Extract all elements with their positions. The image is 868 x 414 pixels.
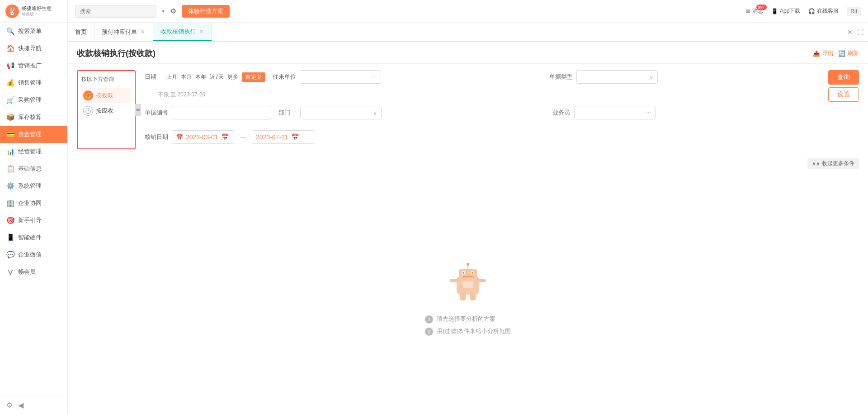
sidebar-item-purchase[interactable]: 🛒采购管理	[0, 91, 67, 109]
export-button[interactable]: 📤 导出	[813, 49, 834, 57]
sidebar-item-inventory[interactable]: 📦库存核算	[0, 109, 67, 126]
topbar-right: ✉ 消息 99+ 📱 App下载 🎧 在线客服 Rit	[746, 7, 861, 16]
setting-button[interactable]: 设置	[828, 87, 859, 102]
search-icon: 🔍	[6, 27, 14, 35]
chevron-down-icon[interactable]: ▾	[162, 8, 165, 14]
tab-close-prepay[interactable]: ✕	[140, 29, 146, 35]
date-this-month[interactable]: 本月	[181, 73, 192, 81]
app-download-button[interactable]: 📱 App下载	[771, 7, 800, 15]
filter-row-2: 单据编号 部门 ∨	[145, 106, 819, 119]
empty-robot-illustration	[445, 261, 491, 306]
collapse-sidebar-icon[interactable]: ◀	[18, 401, 24, 409]
system-icon: ⚙️	[6, 182, 14, 190]
filter-dept-field: 部门 ∨	[278, 106, 545, 119]
marketing-icon: 📢	[6, 62, 14, 70]
tab-collection[interactable]: 收款核销执行 ✕	[153, 23, 212, 41]
tab-expand-icon[interactable]: ⛶	[857, 29, 863, 36]
sidebar-label-purchase: 采购管理	[18, 96, 42, 104]
refresh-button[interactable]: 🔄 刷新	[838, 49, 859, 57]
tabbar-right: ✕ ⛶	[843, 23, 868, 41]
sidebar-item-marketing[interactable]: 📢营销推广	[0, 57, 67, 74]
sidebar-item-newbie[interactable]: 🎯新手引导	[0, 212, 67, 229]
receipt-option-icon: 💰	[83, 90, 93, 100]
calendar-icon-end: 📅	[291, 133, 299, 141]
empty-tip-2-text: 用[过滤]条件来缩小分析范围	[437, 327, 510, 335]
refresh-label: 刷新	[847, 49, 859, 57]
user-menu[interactable]: Rit	[847, 7, 861, 16]
tab-prepay[interactable]: 预付冲应付单 ✕	[94, 23, 153, 41]
collapse-icon: ∧∧	[812, 161, 820, 167]
filter-option-receivable[interactable]: 🕐 按应收	[81, 103, 131, 119]
date-this-year[interactable]: 本年	[195, 73, 206, 81]
settings-bottom-icon[interactable]: ⚙	[6, 401, 13, 409]
sidebar-item-sales[interactable]: 💰销售管理	[0, 74, 67, 91]
date-custom[interactable]: 自定义	[242, 72, 265, 82]
sidebar-item-member[interactable]: V畅会员	[0, 263, 67, 281]
doctype-label: 单据类型	[549, 73, 573, 81]
sidebar-item-enterprise[interactable]: 🏢企业协同	[0, 195, 67, 212]
sidebar-label-system: 系统管理	[18, 182, 42, 190]
dept-select[interactable]: ∨	[300, 106, 382, 119]
filter-row-1: 日期 上月 本月 本年 近7天 更多 自定义	[145, 70, 819, 84]
sidebar-label-sales: 销售管理	[18, 79, 42, 87]
sidebar-item-capital[interactable]: 💳资金管理	[0, 126, 67, 143]
filter-doctype-field: 单据类型 ∨	[549, 70, 819, 84]
sidebar-item-quicknav[interactable]: 🏠快捷导航	[0, 40, 67, 57]
sidebar-nav: 🔍搜索菜单🏠快捷导航📢营销推广💰销售管理🛒采购管理📦库存核算💳资金管理📊经营管理…	[0, 23, 67, 396]
search-button[interactable]: 查询	[828, 70, 859, 85]
page-title: 收款核销执行(按收款)	[77, 48, 156, 59]
search-input[interactable]	[75, 5, 156, 18]
date-range-display: 不限 至 2023-07-26	[158, 91, 819, 99]
page-header-actions: 📤 导出 🔄 刷新	[813, 49, 859, 57]
date-last-7days[interactable]: 近7天	[210, 73, 224, 81]
sidebar-label-hardware: 智能硬件	[18, 233, 42, 242]
sidebar-label-basic: 基础信息	[18, 165, 42, 173]
tab-home[interactable]: 首页	[68, 23, 94, 41]
sidebar-item-operation[interactable]: 📊经营管理	[0, 143, 67, 160]
filter-section: 按以下方查询 💰 按收款 🕐 按应收 ≪	[68, 64, 868, 156]
sidebar-label-member: 畅会员	[18, 268, 36, 276]
filter-option-receipt[interactable]: 💰 按收款	[81, 88, 131, 103]
home-tab-label: 首页	[75, 28, 87, 36]
empty-tip-1-text: 请先选择要分析的方案	[437, 315, 495, 323]
logo-text: 畅捷通好生意	[22, 5, 52, 11]
enterprise-icon: 🏢	[6, 199, 14, 207]
tab-close-all-icon[interactable]: ✕	[847, 29, 853, 36]
receivable-option-icon: 🕐	[83, 106, 93, 116]
sidebar-item-basic[interactable]: 📋基础信息	[0, 160, 67, 177]
docnum-input[interactable]	[172, 106, 271, 119]
verify-date-start-input[interactable]: 📅 2023-03-01 📅	[172, 130, 235, 144]
svg-point-13	[467, 263, 469, 266]
service-button[interactable]: 🎧 在线客服	[808, 7, 839, 15]
sidebar-label-newbie: 新手引导	[18, 216, 42, 224]
service-label: 在线客服	[817, 7, 839, 15]
doctype-select[interactable]: ∨	[576, 70, 658, 84]
svg-point-4	[462, 272, 464, 274]
sidebar-item-system[interactable]: ⚙️系统管理	[0, 177, 67, 195]
refresh-icon: 🔄	[838, 50, 845, 57]
filter-option-receipt-label: 按收款	[96, 91, 113, 100]
export-label: 导出	[822, 49, 834, 57]
verify-date-end-input[interactable]: 2023-07-21 📅	[252, 130, 315, 144]
date-more[interactable]: 更多	[227, 73, 238, 81]
empty-tips: 1 请先选择要分析的方案 2 用[过滤]条件来缩小分析范围	[425, 315, 510, 336]
settings-icon[interactable]: ⚙	[170, 7, 176, 15]
doctype-chevron-icon: ∨	[649, 74, 654, 81]
tab-close-collection[interactable]: ✕	[198, 28, 204, 35]
sidebar-bottom: ⚙ ◀	[0, 396, 67, 414]
message-badge: 99+	[756, 5, 767, 10]
export-icon: 📤	[813, 50, 820, 57]
staff-select[interactable]: ···	[574, 106, 656, 119]
message-button[interactable]: ✉ 消息 99+	[746, 7, 763, 15]
unit-select[interactable]: ···	[300, 70, 381, 84]
date-links: 上月 本月 本年 近7天 更多 自定义	[166, 72, 265, 82]
filter-sidebar-collapse-btn[interactable]: ≪	[135, 104, 141, 116]
collapse-more-btn[interactable]: ∧∧ 收起更多条件	[807, 158, 859, 169]
sidebar-item-hardware[interactable]: 📱智能硬件	[0, 229, 67, 246]
industry-button[interactable]: 体验行业方案	[182, 5, 230, 18]
sidebar-item-search[interactable]: 🔍搜索菜单	[0, 23, 67, 40]
empty-tip-2: 2 用[过滤]条件来缩小分析范围	[425, 327, 510, 336]
date-last-month[interactable]: 上月	[166, 73, 177, 81]
prepay-tab-label: 预付冲应付单	[102, 28, 137, 36]
sidebar-item-wechat[interactable]: 💬企业微信	[0, 246, 67, 263]
